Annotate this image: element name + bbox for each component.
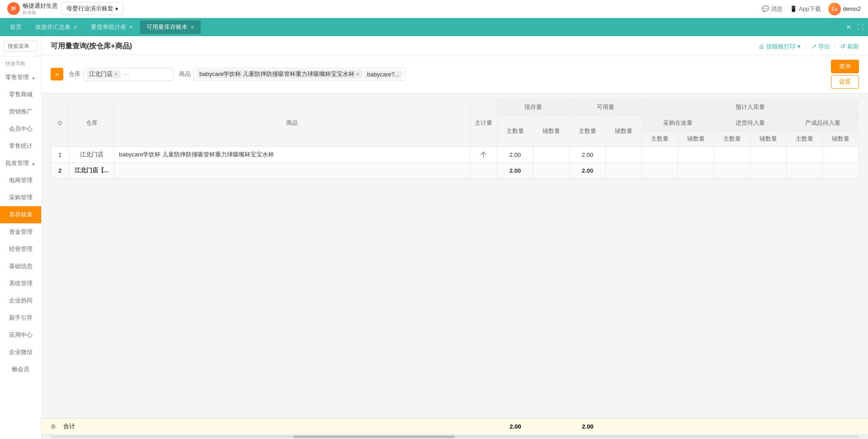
col-header-avail-aux: 辅数量	[606, 115, 642, 147]
query-button[interactable]: 查询	[831, 60, 859, 73]
top-bar: 好 畅捷通好生意 标准版 母婴行业演示账套 ▾ 💬 消息 📱 App下载 Ea …	[0, 0, 868, 18]
gear-icon[interactable]: ⚙	[57, 119, 63, 127]
refresh-btn[interactable]: ↺ 刷新	[840, 42, 859, 51]
table-footer: ⚙ 合计 2.00 2.00	[42, 418, 868, 434]
col-header-arrival-aux: 辅数量	[750, 131, 787, 147]
sidebar-item-enterprise[interactable]: 企业协同	[0, 292, 41, 309]
sidebar-item-retail-mall[interactable]: 零售商城	[0, 86, 41, 103]
cell-production-aux-1	[823, 147, 859, 163]
tab-receive-summary[interactable]: 收发存汇总表 ✕	[29, 20, 84, 34]
sidebar-item-inventory[interactable]: 库存核算	[0, 206, 41, 223]
cell-stock-aux-1	[533, 147, 570, 163]
sidebar: 快捷导航 零售管理 ▲ 零售商城 营销推广 会员中心 零售统计 批发管理 ▲ 电…	[0, 36, 42, 439]
col-header-avail-main: 主数量	[570, 115, 606, 147]
search-input[interactable]	[4, 41, 38, 52]
sidebar-item-system[interactable]: 系统管理	[0, 275, 41, 292]
sidebar-item-basic-info[interactable]: 基础信息	[0, 258, 41, 275]
top-bar-right: 💬 消息 📱 App下载 Ea demo2	[762, 3, 861, 15]
sidebar-item-membership[interactable]: 会员中心	[0, 120, 41, 137]
more-warehouses-btn[interactable]: ···	[123, 70, 129, 79]
sidebar-item-wholesale[interactable]: 批发管理 ▲	[0, 155, 41, 172]
print-btn[interactable]: 🖨 按模板打印 ▾	[759, 42, 801, 51]
col-header-production-aux: 辅数量	[823, 131, 859, 147]
app-download-btn[interactable]: 📱 App下载	[790, 5, 821, 13]
main-layout: 快捷导航 零售管理 ▲ 零售商城 营销推广 会员中心 零售统计 批发管理 ▲ 电…	[0, 36, 868, 439]
col-header-production-group: 产成品待入量	[787, 115, 859, 131]
sidebar-item-marketing[interactable]: 营销推广	[0, 103, 41, 120]
window-close-btn[interactable]: ✕	[844, 23, 853, 31]
product-filter-group: 商品 babycare学饮杯 儿童防摔防撞吸管杯重力球吸嘴杯宝宝水杯 ✕ bab…	[179, 68, 406, 80]
remove-warehouse-tag-1[interactable]: ✕	[114, 71, 118, 77]
sidebar-item-operations[interactable]: 经营管理	[0, 241, 41, 258]
industry-selector[interactable]: 母婴行业演示账套 ▾	[61, 2, 123, 15]
cell-stock-main-2: 2.00	[497, 163, 533, 179]
chevron-icon: ▲	[31, 75, 36, 80]
cell-avail-aux-1	[606, 147, 642, 163]
message-icon: 💬	[762, 5, 769, 12]
page-actions: 🖨 按模板打印 ▾ | ↗ 导出 | ↺ 刷新	[759, 42, 859, 51]
refresh-icon: ↺	[840, 43, 845, 50]
settings-button[interactable]: 设置	[831, 75, 859, 89]
sidebar-item-tutorial[interactable]: 新手引导	[0, 309, 41, 326]
close-tab-2[interactable]: ✕	[129, 24, 133, 30]
chevron-down-icon-print: ▾	[797, 43, 801, 50]
product-tag-input[interactable]: babycare学饮杯 儿童防摔防撞吸管杯重力球吸嘴杯宝宝水杯 ✕ babyca…	[193, 68, 406, 80]
close-tab-1[interactable]: ✕	[73, 24, 77, 30]
col-header-expected-group: 预计入库量	[642, 99, 859, 115]
footer-avail-main: 2.00	[570, 423, 606, 430]
footer-seq: ⚙	[51, 423, 56, 430]
warehouse-tag-1: 江北门店 ✕	[86, 70, 121, 79]
filter-actions: 查询 设置	[831, 60, 859, 89]
col-header-purchase-group: 采购在途量	[642, 115, 714, 131]
close-tab-3[interactable]: ✕	[190, 24, 194, 30]
sidebar-item-finance[interactable]: 资金管理	[0, 223, 41, 241]
col-header-unit: 主计量	[470, 99, 497, 147]
tab-available-inventory[interactable]: 可用量库存账本 ✕	[140, 20, 201, 34]
col-header-arrival-group: 进货待入量	[714, 115, 787, 131]
logo-area: 好 畅捷通好生意 标准版	[7, 2, 58, 16]
filter-expand-btn[interactable]: »	[51, 68, 63, 80]
user-area[interactable]: Ea demo2	[828, 3, 861, 15]
footer-stock-main: 2.00	[497, 423, 533, 430]
logo-icon: 好	[7, 2, 20, 15]
sidebar-item-member[interactable]: 畅会员	[0, 361, 41, 378]
avatar: Ea	[828, 3, 841, 15]
scrollbar-thumb[interactable]	[293, 435, 455, 438]
chevron-icon-2: ▲	[31, 161, 36, 166]
col-header-purchase-main: 主数量	[642, 131, 678, 147]
cell-arrival-main-2	[714, 163, 750, 179]
cell-seq-1: 1	[51, 147, 69, 163]
logo-text: 畅捷通好生意 标准版	[23, 2, 58, 16]
tab-order-stats[interactable]: 要货单统计表 ✕	[85, 20, 139, 34]
col-header-warehouse: 仓库	[69, 99, 114, 147]
export-btn[interactable]: ↗ 导出	[811, 42, 830, 51]
window-expand-btn[interactable]: ⛶	[856, 23, 864, 31]
sidebar-item-ecommerce[interactable]: 电商管理	[0, 172, 41, 189]
sidebar-item-wechat[interactable]: 企业微信	[0, 344, 41, 361]
table-row: 2 江北门店【... 2.00 2.00	[51, 163, 859, 179]
warehouse-filter-group: 仓库 江北门店 ✕ ···	[69, 68, 174, 81]
cell-arrival-aux-1	[750, 147, 787, 163]
cell-purchase-main-2	[642, 163, 678, 179]
print-icon: 🖨	[759, 43, 764, 50]
top-bar-left: 好 畅捷通好生意 标准版 母婴行业演示账套 ▾	[7, 2, 123, 16]
sidebar-item-purchase[interactable]: 采购管理	[0, 189, 41, 206]
sidebar-item-retail-management[interactable]: 零售管理 ▲	[0, 69, 41, 86]
table-container: ⚙ 仓库 商品 主计量 现存量 可用量 预计入库量 主数量 辅数量 主数量 辅数…	[42, 94, 868, 418]
cell-arrival-aux-2	[750, 163, 787, 179]
col-header-purchase-aux: 辅数量	[678, 131, 714, 147]
sidebar-item-retail-stats[interactable]: 零售统计	[0, 137, 41, 155]
messages-btn[interactable]: 💬 消息	[762, 5, 783, 13]
warehouse-tag-input[interactable]: 江北门店 ✕ ···	[83, 68, 174, 81]
tab-home[interactable]: 首页	[4, 20, 28, 34]
cell-product-2	[114, 163, 470, 179]
product-tag-2: babycare?...	[364, 71, 402, 78]
cell-arrival-main-1	[714, 147, 750, 163]
col-header-gear: ⚙	[51, 99, 69, 147]
cell-avail-aux-2	[606, 163, 642, 179]
remove-product-tag-1[interactable]: ✕	[356, 71, 360, 77]
cell-production-main-2	[787, 163, 823, 179]
cell-seq-2: 2	[51, 163, 69, 179]
sidebar-item-app-center[interactable]: 应用中心	[0, 326, 41, 344]
horizontal-scrollbar[interactable]	[42, 434, 868, 439]
